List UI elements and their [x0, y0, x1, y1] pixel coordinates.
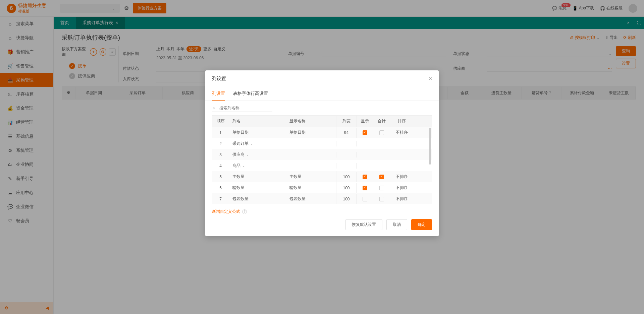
confirm-button[interactable]: 确定 — [411, 219, 432, 230]
modal-tab-font[interactable]: 表格字体行高设置 — [233, 87, 268, 101]
column-search-input[interactable] — [212, 104, 272, 112]
column-row[interactable]: 3 供应商⌄ — [212, 149, 432, 160]
show-checkbox[interactable] — [363, 186, 367, 190]
scrollbar[interactable] — [429, 128, 431, 165]
sort-select[interactable]: 不排序 — [390, 127, 414, 138]
restore-default-button[interactable]: 恢复默认设置 — [345, 219, 382, 230]
show-checkbox[interactable] — [363, 175, 367, 179]
modal-table-header: 顺序 列名 显示名称 列宽 显示 合计 排序 — [212, 115, 432, 127]
sort-select[interactable]: 不排序 — [390, 171, 414, 182]
add-formula-link[interactable]: 新增自定义公式 — [212, 209, 240, 214]
column-row[interactable]: 4 商品⌄ — [212, 160, 432, 171]
modal-close-button[interactable]: × — [429, 76, 432, 82]
help-icon[interactable]: ? — [242, 209, 247, 214]
chevron-down-icon[interactable]: ⌄ — [242, 163, 245, 168]
column-settings-modal: 列设置 × 列设置 表格字体行高设置 ⌕ 顺序 列名 显示名称 列宽 显示 合计… — [205, 70, 439, 236]
column-row[interactable]: 6 辅数量 辅数量 100 不排序 — [212, 182, 432, 193]
modal-tab-columns[interactable]: 列设置 — [212, 87, 225, 101]
modal-overlay: 列设置 × 列设置 表格字体行高设置 ⌕ 顺序 列名 显示名称 列宽 显示 合计… — [0, 0, 644, 314]
chevron-down-icon[interactable]: ⌄ — [250, 141, 253, 146]
column-row[interactable]: 1 单据日期 单据日期 94 不排序 — [212, 127, 432, 138]
search-icon: ⌕ — [213, 106, 215, 110]
show-checkbox[interactable] — [363, 130, 367, 135]
sort-select[interactable]: 不排序 — [390, 182, 414, 193]
column-row[interactable]: 5 主数量 主数量 100 不排序 — [212, 171, 432, 182]
sum-checkbox[interactable] — [379, 197, 384, 201]
cancel-button[interactable]: 取消 — [386, 219, 407, 230]
column-row[interactable]: 7 包装数量 包装数量 100 不排序 — [212, 193, 432, 204]
column-row[interactable]: 2 采购订单⌄ — [212, 138, 432, 149]
chevron-down-icon[interactable]: ⌄ — [246, 152, 249, 157]
sum-checkbox[interactable] — [379, 186, 384, 190]
show-checkbox[interactable] — [363, 197, 367, 201]
sum-checkbox[interactable] — [379, 130, 384, 135]
modal-title: 列设置 — [212, 76, 226, 82]
sort-select[interactable]: 不排序 — [390, 193, 414, 204]
sum-checkbox[interactable] — [379, 175, 384, 179]
